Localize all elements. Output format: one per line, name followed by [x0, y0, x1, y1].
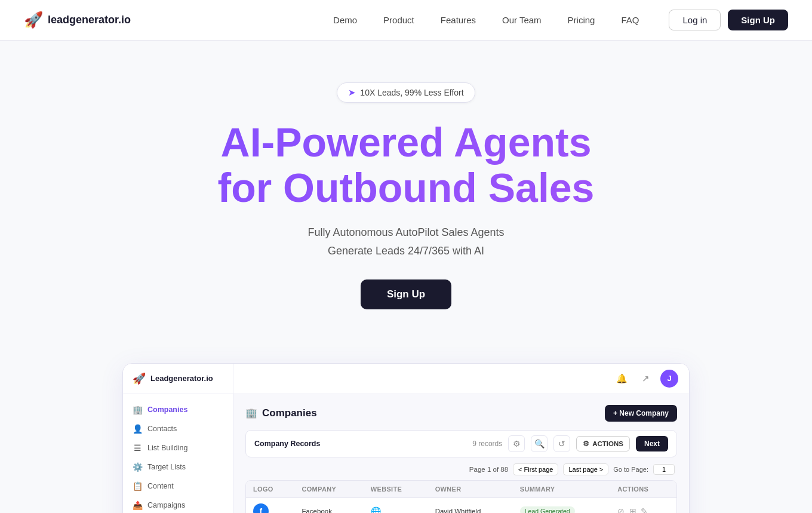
hero-title: AI-Powered Agents for Outbound Sales [12, 119, 800, 210]
sidebar-label-list-building: List Building [147, 444, 187, 452]
records-count: 9 records [472, 440, 502, 448]
hero-signup-button[interactable]: Sign Up [361, 279, 451, 309]
page-input[interactable] [653, 464, 675, 475]
sidebar-label-campaigns: Campaigns [147, 501, 185, 509]
sidebar-item-list-building[interactable]: ☰List Building [123, 438, 233, 457]
pagination-bar: Page 1 of 88 < First page Last page > Go… [245, 463, 677, 475]
summary-badge: Lead Generated [520, 506, 575, 514]
actions-icon: ⚙ [583, 440, 589, 448]
settings-filter-icon[interactable]: ⚙ [508, 435, 525, 452]
nav-brand-text: leadgenerator.io [48, 14, 131, 26]
campaigns-icon: 📤 [133, 500, 142, 510]
table-row: fFacebook🌐David WhitfieldLead Generated … [246, 497, 676, 513]
sidebar-label-contacts: Contacts [147, 425, 177, 433]
th-actions: ACTIONS [610, 481, 676, 498]
export-icon[interactable]: ↗ [636, 370, 654, 388]
th-logo: LOGO [246, 481, 294, 498]
companies-table: LOGOCOMPANYWEBSITEOWNERSUMMARYACTIONS fF… [245, 480, 677, 514]
cell-logo: f [246, 497, 294, 513]
sidebar-label-content: Content [147, 482, 174, 490]
hero-subtitle-line2: Generate Leads 24/7/365 with AI [328, 245, 484, 257]
list-building-icon: ☰ [133, 443, 142, 453]
refresh-icon[interactable]: ↺ [553, 435, 570, 452]
hero-subtitle-line1: Fully Autonomous AutoPilot Sales Agents [307, 226, 504, 238]
goto-label: Go to Page: [613, 466, 648, 473]
logo-rocket-icon: 🚀 [24, 11, 43, 29]
main-content: 🔔 ↗ J 🏢 Companies + New Company Company … [233, 364, 689, 514]
records-bar: Company Records 9 records ⚙ 🔍 ↺ ⚙ ACTION… [245, 430, 677, 457]
th-company: COMPANY [294, 481, 363, 498]
nav-link-demo[interactable]: Demo [322, 10, 368, 30]
records-label: Company Records [254, 440, 466, 448]
new-company-button[interactable]: + New Company [605, 405, 677, 422]
sidebar-label-companies: Companies [147, 406, 187, 414]
action-view-icon[interactable]: ⊘ [617, 506, 625, 514]
hero-title-line2: for Outbound Sales [218, 165, 595, 210]
th-owner: OWNER [428, 481, 513, 498]
target-lists-icon: ⚙️ [133, 462, 142, 472]
table-header-row: LOGOCOMPANYWEBSITEOWNERSUMMARYACTIONS [246, 481, 676, 498]
cell-website: 🌐 [364, 497, 428, 513]
sidebar-label-target-lists: Target Lists [147, 463, 186, 471]
app-preview: 🚀 Leadgenerator.io 🏢Companies👤Contacts☰L… [122, 363, 690, 514]
page-header: 🏢 Companies + New Company [245, 405, 677, 422]
action-edit-icon[interactable]: ✎ [641, 506, 648, 514]
sidebar-brand-text: Leadgenerator.io [150, 374, 213, 383]
signup-nav-button[interactable]: Sign Up [728, 10, 788, 30]
nav-actions: Log in Sign Up [669, 10, 788, 30]
hero-title-line1: AI-Powered Agents [221, 119, 592, 165]
next-button[interactable]: Next [636, 436, 668, 451]
cell-owner: David Whitfield [428, 497, 513, 513]
last-page-button[interactable]: Last page > [563, 463, 608, 475]
sidebar-item-contacts[interactable]: 👤Contacts [123, 419, 233, 438]
nav-link-our-team[interactable]: Our Team [491, 10, 552, 30]
nav-link-pricing[interactable]: Pricing [557, 10, 606, 30]
sidebar-item-target-lists[interactable]: ⚙️Target Lists [123, 457, 233, 477]
sidebar-item-companies[interactable]: 🏢Companies [123, 400, 233, 419]
companies-icon: 🏢 [133, 405, 142, 414]
main-body: 🏢 Companies + New Company Company Record… [233, 394, 689, 514]
sidebar-header: 🚀 Leadgenerator.io [123, 364, 233, 394]
first-page-button[interactable]: < First page [513, 463, 558, 475]
notifications-icon[interactable]: 🔔 [613, 370, 630, 388]
actions-button[interactable]: ⚙ ACTIONS [576, 436, 630, 451]
page-title-row: 🏢 Companies [245, 407, 317, 419]
sidebar-item-content[interactable]: 📋Content [123, 477, 233, 496]
navbar: 🚀 leadgenerator.io DemoProductFeaturesOu… [0, 0, 812, 41]
hero-badge-text: 10X Leads, 99% Less Effort [360, 88, 463, 97]
nav-logo[interactable]: 🚀 leadgenerator.io [24, 11, 131, 29]
content-icon: 📋 [133, 481, 142, 491]
hero-section: ➤ 10X Leads, 99% Less Effort AI-Powered … [0, 41, 812, 333]
sidebar-item-campaigns[interactable]: 📤Campaigns [123, 496, 233, 514]
contacts-icon: 👤 [133, 424, 142, 434]
send-icon: ➤ [348, 87, 356, 98]
page-info: Page 1 of 88 [469, 466, 508, 473]
th-summary: SUMMARY [513, 481, 611, 498]
sidebar-nav: 🏢Companies👤Contacts☰List Building⚙️Targe… [123, 394, 233, 514]
hero-badge: ➤ 10X Leads, 99% Less Effort [337, 82, 475, 103]
actions-label: ACTIONS [592, 440, 623, 447]
login-button[interactable]: Log in [669, 10, 721, 30]
globe-icon[interactable]: 🌐 [371, 506, 381, 514]
th-website: WEBSITE [364, 481, 428, 498]
hero-subtitle: Fully Autonomous AutoPilot Sales Agents … [12, 223, 800, 260]
action-add-icon[interactable]: ⊞ [629, 506, 636, 514]
sidebar-logo-icon: 🚀 [133, 372, 146, 385]
cell-company: Facebook [294, 497, 363, 513]
nav-links: DemoProductFeaturesOur TeamPricingFAQ [322, 10, 650, 30]
nav-link-product[interactable]: Product [373, 10, 425, 30]
search-icon[interactable]: 🔍 [531, 435, 548, 452]
nav-link-features[interactable]: Features [430, 10, 487, 30]
main-topbar: 🔔 ↗ J [233, 364, 689, 394]
cell-summary: Lead Generated [513, 497, 611, 513]
nav-link-faq[interactable]: FAQ [610, 10, 650, 30]
user-avatar[interactable]: J [660, 370, 678, 388]
page-title: Companies [262, 407, 317, 419]
companies-icon: 🏢 [245, 407, 257, 419]
sidebar: 🚀 Leadgenerator.io 🏢Companies👤Contacts☰L… [123, 364, 233, 514]
cell-actions: ⊘ ⊞ ✎ [610, 497, 676, 513]
